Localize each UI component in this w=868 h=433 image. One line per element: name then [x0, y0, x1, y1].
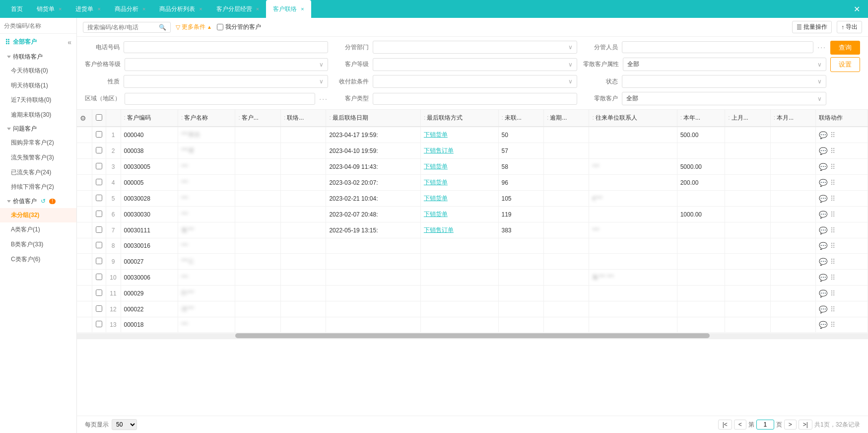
th-code[interactable]: :客户编码 — [121, 110, 178, 127]
cust-type-input[interactable] — [373, 93, 577, 105]
th-settings[interactable]: ⚙ — [77, 110, 92, 127]
th-this-year[interactable]: :本年... — [677, 110, 725, 127]
row-checkbox[interactable] — [96, 258, 102, 264]
message-icon[interactable]: 💬 — [819, 147, 827, 155]
search-icon[interactable]: 🔍 — [159, 24, 166, 31]
last-method-link[interactable]: 下销售订单 — [424, 226, 454, 233]
my-customers-checkbox[interactable]: 我分管的客户 — [217, 23, 261, 31]
sidebar-item-declining[interactable]: 持续下滑客户(2) — [0, 180, 76, 195]
retail-attr-select[interactable]: 全部 ∨ — [623, 58, 826, 71]
th-overdue[interactable]: :逾期... — [543, 110, 589, 127]
message-icon[interactable]: 💬 — [819, 226, 827, 234]
scrollbar-thumb[interactable] — [235, 333, 710, 338]
row-checkbox[interactable] — [96, 179, 102, 185]
last-method-link[interactable]: 下销货单 — [424, 195, 448, 202]
person-input[interactable] — [622, 41, 813, 53]
message-icon[interactable]: 💬 — [819, 258, 827, 266]
phone-input[interactable] — [124, 41, 328, 53]
row-checkbox[interactable] — [96, 131, 102, 138]
batch-op-btn[interactable]: ☰ 批量操作 — [792, 21, 832, 33]
row-checkbox[interactable] — [96, 163, 102, 169]
sidebar-item-churn-warning[interactable]: 流失预警客户(3) — [0, 150, 76, 165]
tab-sales-close[interactable]: × — [59, 6, 62, 12]
sidebar-item-abnormal[interactable]: 囤购异常客户(2) — [0, 136, 76, 150]
sidebar-group-problem[interactable]: 问题客户 — [0, 122, 76, 136]
grid-action-icon[interactable]: ⠿ — [830, 274, 835, 282]
message-icon[interactable]: 💬 — [819, 131, 827, 139]
tab-customer-contact[interactable]: 客户联络 × — [266, 0, 311, 18]
sidebar-group-pending[interactable]: 待联络客户 — [0, 50, 76, 64]
th-last-date[interactable]: :最后联络日期 — [326, 110, 420, 127]
row-checkbox[interactable] — [96, 147, 102, 153]
refresh-icon[interactable]: ↺ — [41, 198, 46, 205]
price-level-select[interactable]: ∨ — [125, 58, 328, 71]
th-last-month[interactable]: :上月... — [725, 110, 770, 127]
last-method-link[interactable]: 下销货单 — [424, 179, 448, 186]
my-customers-check[interactable] — [217, 24, 223, 30]
tab-product-analysis[interactable]: 商品分析 × — [108, 0, 152, 18]
th-contact[interactable]: :联络... — [280, 110, 326, 127]
row-checkbox[interactable] — [96, 211, 102, 217]
message-icon[interactable]: 💬 — [819, 321, 827, 329]
status-select[interactable]: ∨ — [622, 75, 826, 88]
message-icon[interactable]: 💬 — [819, 289, 827, 297]
grid-action-icon[interactable]: ⠿ — [830, 321, 835, 329]
message-icon[interactable]: 💬 — [819, 179, 827, 187]
message-icon[interactable]: 💬 — [819, 211, 827, 218]
grid-action-icon[interactable]: ⠿ — [830, 289, 835, 297]
grid-action-icon[interactable]: ⠿ — [830, 258, 835, 266]
last-page-btn[interactable]: >| — [799, 420, 812, 430]
close-window-icon[interactable]: ✕ — [850, 4, 864, 14]
th-type[interactable]: :客户... — [235, 110, 280, 127]
tab-sales[interactable]: 销货单 × — [30, 0, 68, 18]
tab-product-analysis-close[interactable]: × — [142, 6, 145, 12]
page-num-input[interactable] — [756, 420, 774, 430]
grid-action-icon[interactable]: ⠿ — [830, 163, 835, 171]
region-ellipsis-btn[interactable]: ··· — [319, 95, 328, 103]
select-all-checkbox[interactable] — [96, 114, 102, 121]
sidebar-item-tomorrow[interactable]: 明天待联络(1) — [0, 78, 76, 93]
row-checkbox[interactable] — [96, 274, 102, 280]
sidebar-item-class-b[interactable]: B类客户(33) — [0, 237, 76, 252]
row-checkbox[interactable] — [96, 242, 102, 248]
th-name[interactable]: :客户名称 — [178, 110, 235, 127]
last-method-link[interactable]: 下销售订单 — [424, 147, 454, 154]
row-checkbox[interactable] — [96, 226, 102, 233]
query-button[interactable]: 查询 — [830, 41, 860, 55]
th-last-method[interactable]: :最后联络方式 — [420, 110, 498, 127]
customer-level-select[interactable]: ∨ — [373, 58, 577, 71]
last-method-link[interactable]: 下销货单 — [424, 163, 448, 170]
message-icon[interactable]: 💬 — [819, 274, 827, 282]
tab-customer-contact-close[interactable]: × — [301, 6, 304, 12]
tab-product-analysis-list-close[interactable]: × — [199, 6, 202, 12]
tab-customer-segmentation-close[interactable]: × — [256, 6, 259, 12]
payment-select[interactable]: ∨ — [373, 75, 577, 88]
th-contact-person[interactable]: :往来单位联系人 — [589, 110, 677, 127]
first-page-btn[interactable]: |< — [718, 420, 732, 430]
sidebar-group-value[interactable]: 价值客户 ↺ ! — [0, 195, 76, 208]
grid-action-icon[interactable]: ⠿ — [830, 305, 835, 313]
message-icon[interactable]: 💬 — [819, 163, 827, 171]
tab-product-analysis-list[interactable]: 商品分析列表 × — [152, 0, 209, 18]
export-btn[interactable]: ↑ 导出 — [837, 21, 862, 33]
horizontal-scrollbar[interactable] — [77, 333, 868, 339]
more-conditions-btn[interactable]: ▽ 更多条件 ▲ — [176, 23, 212, 31]
sidebar-item-churned[interactable]: 已流失客户(24) — [0, 165, 76, 180]
grid-action-icon[interactable]: ⠿ — [830, 179, 835, 187]
message-icon[interactable]: 💬 — [819, 242, 827, 250]
tab-customer-segmentation[interactable]: 客户分层经营 × — [209, 0, 266, 18]
grid-action-icon[interactable]: ⠿ — [830, 211, 835, 218]
tab-purchase-close[interactable]: × — [97, 6, 100, 12]
row-checkbox[interactable] — [96, 305, 102, 312]
sidebar-item-overdue-contact[interactable]: 逾期未联络(30) — [0, 108, 76, 123]
grid-action-icon[interactable]: ⠿ — [830, 226, 835, 234]
sidebar-item-today[interactable]: 今天待联络(0) — [0, 64, 76, 78]
all-customers-header[interactable]: ⠿ 全部客户 « — [0, 34, 76, 50]
sidebar-item-class-a[interactable]: A类客户(1) — [0, 222, 76, 237]
per-page-select[interactable]: 50 100 200 — [112, 419, 137, 430]
tab-home[interactable]: 首页 — [4, 0, 30, 18]
region-input[interactable] — [125, 93, 315, 105]
grid-action-icon[interactable]: ⠿ — [830, 195, 835, 203]
row-checkbox[interactable] — [96, 321, 102, 327]
message-icon[interactable]: 💬 — [819, 305, 827, 313]
